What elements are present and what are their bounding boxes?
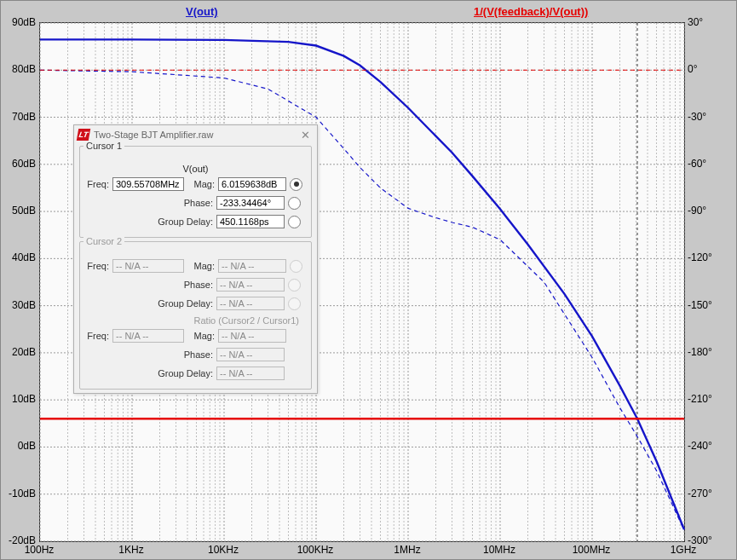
cursor1-mag-input[interactable] <box>218 177 286 191</box>
ratio-phase-label: Phase: <box>85 349 216 360</box>
ratio-freq-input <box>112 329 184 343</box>
y-left-tick: 0dB <box>2 440 36 452</box>
y-right-tick: 0° <box>688 63 734 75</box>
y-left-tick: -10dB <box>2 488 36 499</box>
y-right-tick: -30° <box>688 111 734 123</box>
x-tick: 100Hz <box>25 544 55 556</box>
cursor-dialog[interactable]: LT Two-Stage BJT Amplifier.raw ✕ Cursor … <box>73 124 318 394</box>
y-left-tick: 60dB <box>2 158 36 170</box>
ratio-mag-label: Mag: <box>189 331 218 341</box>
y-left-tick: 20dB <box>2 346 36 358</box>
ratio-phase-input <box>216 348 285 361</box>
dialog-title: Two-Stage BJT Amplifier.raw <box>94 130 297 140</box>
cursor1-phase-label: Phase: <box>85 198 216 208</box>
ratio-header: Ratio (Cursor2 / Cursor1) <box>85 315 299 326</box>
trace-label-feedback[interactable]: 1/(V(feedback)/V(out)) <box>474 5 588 18</box>
cursor1-freq-input[interactable] <box>112 177 184 191</box>
x-tick: 10MHz <box>483 544 515 556</box>
y-left-tick: 10dB <box>2 393 36 405</box>
cursor2-phase-radio <box>288 279 301 292</box>
y-right-tick: 30° <box>688 16 734 28</box>
y-left-tick: 90dB <box>2 16 36 28</box>
ratio-gd-label: Group Delay: <box>85 368 216 378</box>
cursor1-gd-radio[interactable] <box>288 216 301 228</box>
cursor2-mag-label: Mag: <box>189 261 218 271</box>
ratio-freq-label: Freq: <box>85 331 112 341</box>
cursor1-freq-label: Freq: <box>85 179 112 189</box>
cursor2-gd-label: Group Delay: <box>85 298 216 309</box>
lt-logo-icon: LT <box>77 129 90 141</box>
cursor1-mag-label: Mag: <box>189 179 218 189</box>
ratio-mag-input <box>218 329 286 343</box>
y-right-tick: -120° <box>688 251 734 263</box>
y-left-tick: 40dB <box>2 251 36 263</box>
y-left-tick: 30dB <box>2 299 36 311</box>
cursor2-freq-input <box>112 259 184 273</box>
y-left-tick: 50dB <box>2 205 36 216</box>
x-tick: 1MHz <box>394 544 420 556</box>
cursor2-freq-label: Freq: <box>85 261 112 271</box>
cursor2-phase-input <box>216 278 285 292</box>
cursor1-group: Cursor 1 V(out) Freq: Mag: Phase: Group … <box>79 146 312 238</box>
trace-label-vout[interactable]: V(out) <box>186 5 218 18</box>
cursor2-phase-label: Phase: <box>85 280 216 290</box>
cursor2-group: Cursor 2 Freq: Mag: Phase: Group Delay: … <box>79 241 312 390</box>
cursor2-mag-input <box>218 259 286 273</box>
plot-window: V(out) 1/(V(feedback)/V(out)) LT Two-Sta… <box>0 0 737 560</box>
cursor1-gd-label: Group Delay: <box>85 216 216 227</box>
y-right-tick: -240° <box>688 440 734 452</box>
cursor2-mag-radio <box>290 260 302 273</box>
x-tick: 100KHz <box>297 544 334 556</box>
x-tick: 10KHz <box>208 544 239 556</box>
y-right-tick: -90° <box>688 205 734 216</box>
cursor1-gd-input[interactable] <box>216 215 285 228</box>
cursor1-mag-radio[interactable] <box>290 178 302 191</box>
x-tick: 1GHz <box>671 544 697 556</box>
cursor2-legend: Cursor 2 <box>83 236 124 246</box>
cursor1-phase-radio[interactable] <box>288 197 301 210</box>
y-right-tick: -210° <box>688 393 734 405</box>
cursor2-gd-input <box>216 297 285 310</box>
y-right-tick: -270° <box>688 488 734 499</box>
y-left-tick: 70dB <box>2 111 36 123</box>
close-icon[interactable]: ✕ <box>297 129 314 141</box>
y-left-tick: 80dB <box>2 63 36 75</box>
cursor1-trace-name: V(out) <box>85 164 306 174</box>
cursor1-phase-input[interactable] <box>216 196 285 210</box>
x-tick: 1KHz <box>118 544 143 556</box>
y-right-tick: -150° <box>688 299 734 311</box>
y-right-tick: -60° <box>688 158 734 170</box>
x-tick: 100MHz <box>573 544 611 556</box>
cursor2-gd-radio <box>288 297 301 310</box>
y-right-tick: -180° <box>688 346 734 358</box>
cursor1-legend: Cursor 1 <box>83 141 124 151</box>
ratio-gd-input <box>216 367 285 380</box>
